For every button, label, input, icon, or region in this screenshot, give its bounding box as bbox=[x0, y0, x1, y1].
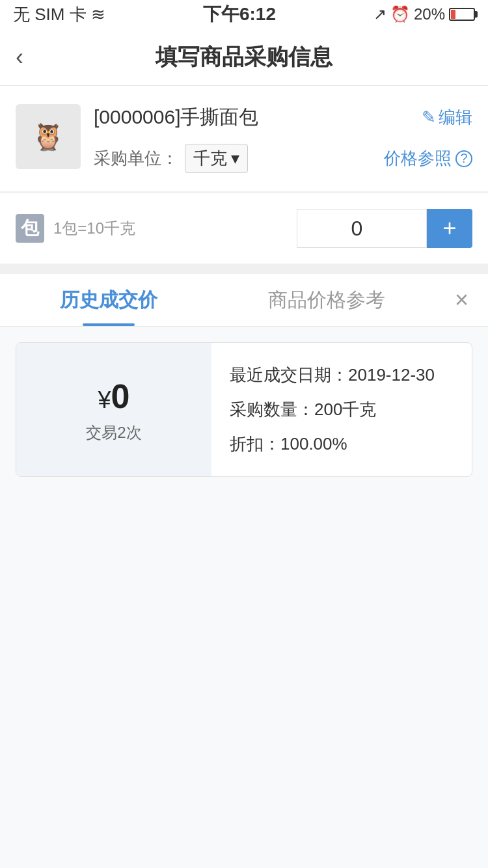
status-time: 下午6:12 bbox=[203, 2, 276, 27]
recent-date-label: 最近成交日期： bbox=[230, 365, 348, 385]
discount-row: 折扣：100.00% bbox=[230, 431, 454, 457]
quantity-plus-button[interactable]: + bbox=[427, 209, 472, 248]
discount-label: 折扣： bbox=[230, 434, 280, 454]
price-ref-label: 价格参照 bbox=[384, 147, 452, 170]
price-transactions: 交易2次 bbox=[86, 422, 141, 443]
quantity-right: + bbox=[297, 209, 472, 248]
price-display: ¥0 bbox=[98, 377, 130, 416]
qty-conversion: 1包=10千克 bbox=[53, 218, 135, 239]
product-header: [0000006]手撕面包 ✎ 编辑 bbox=[94, 104, 472, 131]
edit-icon: ✎ bbox=[422, 107, 436, 128]
page-title: 填写商品采购信息 bbox=[156, 42, 332, 72]
price-card: ¥0 交易2次 最近成交日期：2019-12-30 采购数量：200千克 折扣：… bbox=[16, 342, 472, 477]
battery-percent: 20% bbox=[414, 5, 445, 23]
battery-icon bbox=[449, 8, 475, 21]
product-logo-icon: 🦉 bbox=[32, 122, 64, 152]
status-right: ↗ ⏰ 20% bbox=[373, 5, 475, 23]
status-left: 无 SIM 卡 ≋ bbox=[13, 3, 105, 26]
recent-date-value: 2019-12-30 bbox=[348, 365, 435, 385]
location-icon: ↗ bbox=[373, 5, 386, 23]
tab-section: 历史成交价 商品价格参考 × ¥0 交易2次 最近成交日期：2019-12-30… bbox=[0, 274, 488, 587]
tab-close-button[interactable]: × bbox=[435, 286, 488, 314]
discount-value: 100.00% bbox=[280, 434, 347, 454]
recent-date-row: 最近成交日期：2019-12-30 bbox=[230, 362, 454, 388]
unit-value: 千克 bbox=[193, 147, 227, 170]
tab-history-price[interactable]: 历史成交价 bbox=[0, 274, 217, 326]
back-button[interactable]: ‹ bbox=[16, 44, 23, 71]
price-amount: 0 bbox=[111, 377, 130, 415]
product-section: 🦉 [0000006]手撕面包 ✎ 编辑 采购单位： 千克 ▾ bbox=[0, 86, 488, 191]
quantity-section: 包 1包=10千克 + bbox=[0, 193, 488, 264]
price-card-left: ¥0 交易2次 bbox=[16, 343, 211, 476]
price-card-right: 最近成交日期：2019-12-30 采购数量：200千克 折扣：100.00% bbox=[211, 343, 472, 476]
purchase-qty-label: 采购数量： bbox=[230, 400, 314, 419]
unit-select-dropdown[interactable]: 千克 ▾ bbox=[185, 144, 248, 173]
quantity-left: 包 1包=10千克 bbox=[16, 214, 135, 243]
nav-bar: ‹ 填写商品采购信息 bbox=[0, 29, 488, 86]
product-details: [0000006]手撕面包 ✎ 编辑 采购单位： 千克 ▾ 价格参照 ? bbox=[94, 104, 472, 173]
product-image: 🦉 bbox=[16, 104, 81, 169]
alarm-icon: ⏰ bbox=[390, 5, 410, 23]
quantity-input[interactable] bbox=[297, 209, 427, 248]
qty-unit-badge: 包 bbox=[16, 214, 44, 243]
price-yen-symbol: ¥ bbox=[98, 387, 111, 413]
status-bar: 无 SIM 卡 ≋ 下午6:12 ↗ ⏰ 20% bbox=[0, 0, 488, 29]
purchase-qty-value: 200千克 bbox=[314, 400, 376, 419]
dropdown-arrow-icon: ▾ bbox=[231, 148, 239, 169]
tab-bar: 历史成交价 商品价格参考 × bbox=[0, 274, 488, 327]
edit-link[interactable]: ✎ 编辑 bbox=[422, 106, 472, 129]
unit-label: 采购单位： bbox=[94, 147, 178, 170]
bottom-area bbox=[0, 587, 488, 868]
product-unit-row: 采购单位： 千克 ▾ 价格参照 ? bbox=[94, 144, 472, 173]
product-name: [0000006]手撕面包 bbox=[94, 104, 258, 131]
tab-price-reference[interactable]: 商品价格参考 bbox=[217, 274, 435, 326]
history-content: ¥0 交易2次 最近成交日期：2019-12-30 采购数量：200千克 折扣：… bbox=[0, 327, 488, 587]
purchase-qty-row: 采购数量：200千克 bbox=[230, 397, 454, 422]
section-divider bbox=[0, 264, 488, 274]
price-ref-help-icon: ? bbox=[455, 150, 472, 167]
price-ref-button[interactable]: 价格参照 ? bbox=[384, 147, 472, 170]
